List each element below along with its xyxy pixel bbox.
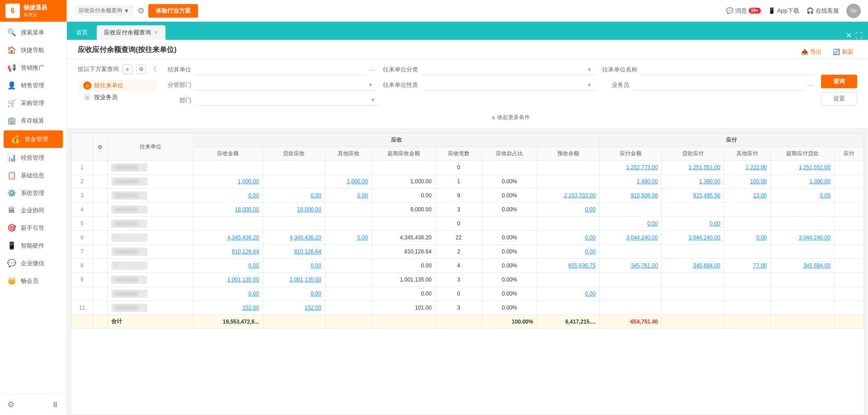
table-cell[interactable]: 0.00 — [193, 189, 263, 203]
table-cell[interactable]: 0.00 — [193, 287, 263, 301]
table-cell[interactable]: 0.00 — [263, 287, 325, 301]
table-cell[interactable]: 77.00 — [724, 259, 771, 273]
table-cell[interactable] — [662, 301, 724, 315]
settings-footer-icon[interactable]: ⚙ — [7, 400, 14, 410]
table-cell[interactable] — [325, 161, 372, 175]
refresh-button[interactable]: 🔄 刷新 — [829, 46, 857, 58]
sidebar-item-basic-info[interactable]: 📋 基础信息 — [0, 167, 66, 184]
table-cell[interactable]: 0.00 — [662, 217, 724, 231]
table-cell[interactable]: 152.00 — [263, 301, 325, 315]
table-cell[interactable] — [599, 273, 662, 287]
table-cell[interactable] — [325, 301, 372, 315]
table-cell[interactable]: 345,684.00 — [771, 259, 835, 273]
table-cell-link[interactable]: 1,222.00 — [745, 164, 767, 171]
table-cell-link[interactable]: 3,044,240.00 — [689, 234, 720, 241]
table-cell[interactable] — [724, 203, 771, 217]
sidebar-item-marketing[interactable]: 📢 营销推广 — [0, 59, 66, 76]
table-cell[interactable] — [325, 203, 372, 217]
table-cell-link[interactable]: 4,345,436.20 — [290, 234, 321, 241]
table-cell-link[interactable]: 0.00 — [248, 291, 259, 297]
table-cell-link[interactable]: 810,126.64 — [294, 248, 321, 255]
table-cell-link[interactable]: 1,252,773.00 — [626, 164, 658, 171]
table-cell[interactable] — [325, 273, 372, 287]
table-cell-link[interactable]: 0.00 — [585, 206, 595, 213]
department-select[interactable]: ▼ — [195, 95, 378, 105]
table-cell-link[interactable]: 0.00 — [357, 234, 368, 241]
table-cell[interactable]: 1,001,135.00 — [263, 273, 325, 287]
table-cell-link[interactable]: 0.00 — [647, 220, 658, 227]
table-cell-link[interactable]: 655,636.75 — [568, 262, 595, 269]
table-cell[interactable] — [537, 161, 599, 175]
table-cell[interactable] — [537, 217, 599, 231]
table-cell[interactable]: 1,251,551.00 — [771, 161, 835, 175]
table-cell[interactable] — [599, 245, 662, 259]
table-cell[interactable]: 0.00 — [724, 231, 771, 245]
table-cell[interactable] — [325, 259, 372, 273]
scheme-by-partner[interactable]: ⊙ 按往来单位 — [78, 80, 157, 91]
table-cell[interactable] — [193, 161, 263, 175]
table-cell-link[interactable]: 0.00 — [311, 262, 321, 269]
table-cell[interactable] — [771, 287, 835, 301]
table-cell-link[interactable]: 1,251,551.00 — [689, 164, 720, 171]
settlement-unit-input[interactable] — [195, 64, 365, 75]
table-cell[interactable] — [263, 161, 325, 175]
table-cell[interactable] — [537, 175, 599, 189]
table-cell[interactable]: 1,252,773.00 — [599, 161, 662, 175]
export-button[interactable]: 📤 导出 — [797, 46, 826, 58]
table-cell[interactable]: 915,495.56 — [662, 189, 724, 203]
sidebar-item-warehouse[interactable]: 🏢 库存核算 — [0, 112, 66, 129]
add-scheme-button[interactable]: + — [123, 64, 132, 74]
table-cell[interactable] — [662, 273, 724, 287]
table-cell[interactable]: 3,044,240.00 — [599, 231, 662, 245]
tab-home[interactable]: 首页 — [69, 25, 95, 40]
settlement-unit-dots-icon[interactable]: ··· — [369, 65, 376, 75]
table-cell-link[interactable]: 13.00 — [753, 192, 767, 199]
settings-button[interactable]: 设置 — [821, 92, 857, 105]
trial-button[interactable]: 体验行业方案 — [148, 4, 198, 18]
table-cell[interactable] — [771, 217, 835, 231]
table-cell[interactable] — [771, 245, 835, 259]
table-cell-link[interactable]: 0.00 — [756, 234, 767, 241]
table-cell[interactable] — [599, 203, 662, 217]
tab-window-expand-icon[interactable]: ⛶ — [855, 32, 863, 40]
table-cell[interactable] — [537, 273, 599, 287]
sidebar-item-search-menu[interactable]: 🔍 搜索菜单 — [0, 24, 66, 41]
table-cell-link[interactable]: 0.00 — [585, 248, 595, 255]
table-cell-link[interactable]: 810,126.64 — [232, 248, 259, 255]
salesperson-dots-icon[interactable]: ··· — [807, 81, 814, 90]
table-cell-link[interactable]: 1,390.00 — [809, 178, 830, 185]
table-cell[interactable] — [771, 273, 835, 287]
table-cell-link[interactable]: 345,684.00 — [693, 262, 720, 269]
table-cell[interactable]: 345,761.00 — [599, 259, 662, 273]
sidebar-item-quick-nav[interactable]: 🏠 快捷导航 — [0, 41, 66, 59]
table-cell[interactable]: 0.00 — [263, 259, 325, 273]
table-cell-link[interactable]: 0.00 — [357, 192, 368, 199]
table-cell[interactable] — [662, 245, 724, 259]
table-cell[interactable]: 0.00 — [537, 231, 599, 245]
table-cell[interactable]: 0.00 — [325, 231, 372, 245]
table-cell-link[interactable]: 0.00 — [248, 262, 259, 269]
table-cell-link[interactable]: 4,345,436.20 — [227, 234, 259, 241]
table-cell-link[interactable]: 2,153,333.00 — [564, 192, 595, 199]
table-cell[interactable]: 0.00 — [193, 259, 263, 273]
table-cell-link[interactable]: 0.00 — [585, 291, 595, 297]
table-cell[interactable]: 0.00 — [263, 189, 325, 203]
table-cell[interactable]: 0.00 — [599, 217, 662, 231]
table-cell-link[interactable]: 1,490.00 — [637, 178, 658, 185]
table-cell-link[interactable]: 915,495.56 — [693, 192, 720, 199]
table-cell[interactable] — [599, 301, 662, 315]
table-cell[interactable] — [599, 287, 662, 301]
sidebar-item-hardware[interactable]: 📱 智能硬件 — [0, 237, 66, 254]
table-cell-link[interactable]: 1,001,135.00 — [227, 277, 259, 283]
table-cell[interactable]: 1,390.00 — [662, 175, 724, 189]
sidebar-item-wechat[interactable]: 💬 企业微信 — [0, 254, 66, 272]
table-cell-link[interactable]: 1,000.00 — [238, 178, 259, 185]
sidebar-item-member[interactable]: 👑 畅会员 — [0, 272, 66, 290]
app-download-action[interactable]: 📱 App下载 — [768, 7, 799, 15]
table-cell[interactable]: 2,153,333.00 — [537, 189, 599, 203]
table-cell[interactable] — [263, 175, 325, 189]
table-cell[interactable]: 810,126.64 — [263, 245, 325, 259]
table-cell[interactable]: 0.00 — [537, 203, 599, 217]
table-cell[interactable]: 3,044,240.00 — [771, 231, 835, 245]
dept-manager-select[interactable]: ▼ — [195, 80, 376, 91]
